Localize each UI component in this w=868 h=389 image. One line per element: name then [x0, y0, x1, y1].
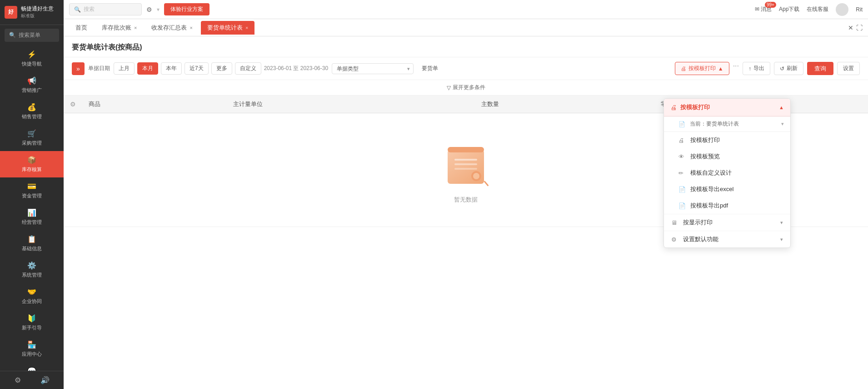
refresh-label: 刷新 — [787, 65, 798, 72]
tab-home[interactable]: 首页 — [69, 21, 94, 35]
collab-icon: 🤝 — [27, 288, 36, 296]
toolbar-right: 🖨 按模板打印 ▲ ··· ↑ 导出 ↺ 刷新 查询 设置 — [675, 62, 860, 75]
online-service-link[interactable]: 在线客服 — [807, 5, 828, 13]
dropdown-header-printer-icon: 🖨 — [670, 104, 677, 111]
topbar-search[interactable]: 🔍 搜索 — [69, 3, 142, 15]
sidebar-item-inventory[interactable]: 📦 库存核算 — [0, 151, 64, 177]
table-gear-icon[interactable]: ⚙ — [70, 101, 76, 108]
dropdown-item-template-design[interactable]: ✏ 模板自定义设计 — [664, 165, 790, 181]
date-7days-btn[interactable]: 近7天 — [185, 62, 209, 75]
dropdown-item-template-print[interactable]: 🖨 按模板打印 — [664, 132, 790, 148]
filter-toolbar: » 单据日期 上月 本月 本年 近7天 更多 自定义 2023-06-01 至 … — [64, 57, 868, 80]
inventory-icon: 📦 — [27, 156, 36, 164]
system-label: 系统管理 — [22, 272, 42, 278]
sidebar-item-marketing[interactable]: 📢 营销推广 — [0, 72, 64, 98]
more-dots-btn[interactable]: ··· — [733, 62, 739, 75]
expand-more-btn[interactable]: ▽ 展开更多条件 — [447, 84, 485, 91]
tab-inventory-batch-close[interactable]: × — [134, 25, 137, 30]
user-avatar[interactable] — [836, 3, 848, 16]
sidebar-item-appstore[interactable]: 🏪 应用中心 — [0, 336, 64, 362]
sidebar-item-operations[interactable]: 📊 经营管理 — [0, 204, 64, 230]
export-excel-icon: 📄 — [678, 186, 686, 193]
dropdown-section-display-print[interactable]: 🖥 按显示打印 ▾ — [664, 214, 790, 231]
wechat-icon: 💬 — [27, 367, 36, 371]
purchase-label: 采购管理 — [22, 140, 42, 147]
set-default-icon: ⚙ — [671, 236, 678, 243]
tab-receivable-close[interactable]: × — [190, 25, 192, 30]
app-name: 畅捷通好生意 — [21, 5, 54, 13]
appstore-label: 应用中心 — [22, 351, 42, 358]
export-btn[interactable]: ↑ 导出 — [743, 62, 770, 75]
base-info-icon: 📋 — [27, 235, 36, 243]
message-badge[interactable]: ✉ 消息 99+ — [755, 5, 772, 13]
user-name: Rit — [856, 6, 863, 13]
dropdown-item-export-excel[interactable]: 📄 按模板导出excel — [664, 181, 790, 197]
dropdown-header-text: 按模板打印 — [680, 103, 775, 111]
dropdown-item-export-pdf[interactable]: 📄 按模板导出pdf — [664, 197, 790, 214]
app-download-link[interactable]: App下载 — [779, 5, 799, 13]
dropdown-header[interactable]: 🖨 按模板打印 ▲ — [664, 99, 790, 116]
settings-bottom-icon[interactable]: ⚙ — [15, 376, 21, 384]
date-range-display: 2023-06-01 至 2023-06-30 — [264, 65, 328, 72]
sales-icon: 💰 — [27, 103, 36, 111]
sidebar-item-system[interactable]: ⚙️ 系统管理 — [0, 257, 64, 283]
tab-close-window-btn[interactable]: ✕ — [848, 24, 853, 31]
date-current-month-btn[interactable]: 本月 — [137, 62, 158, 75]
sidebar-item-wechat[interactable]: 💬 企业微信 — [0, 362, 64, 371]
expand-filter-btn[interactable]: » — [72, 62, 85, 75]
tab-maximize-btn[interactable]: ⛶ — [856, 24, 863, 31]
print-template-btn[interactable]: 🖨 按模板打印 ▲ — [675, 62, 729, 75]
collab-label: 企业协同 — [22, 298, 42, 305]
inventory-label: 库存核算 — [22, 166, 42, 173]
sidebar-item-guide[interactable]: 🔰 新手引导 — [0, 309, 64, 336]
expand-more-label: 展开更多条件 — [453, 84, 485, 91]
tab-order-stats-close[interactable]: × — [245, 25, 248, 30]
expand-more-area: ▽ 展开更多条件 — [64, 80, 868, 96]
date-current-year-btn[interactable]: 本年 — [161, 62, 182, 75]
tabs-bar: 首页 库存批次账 × 收发存汇总表 × 要货单统计表 × ✕ ⛶ — [64, 19, 868, 36]
search-menu-label: 搜索菜单 — [19, 31, 40, 39]
tab-order-stats[interactable]: 要货单统计表 × — [201, 21, 254, 35]
refresh-btn[interactable]: ↺ 刷新 — [774, 62, 803, 75]
message-count: 99+ — [765, 2, 776, 8]
sidebar-item-finance[interactable]: 💳 资金管理 — [0, 177, 64, 204]
page-content: 要货单统计表(按商品) » 单据日期 上月 本月 本年 近7天 更多 自定义 2… — [64, 36, 868, 389]
expand-down-icon: ▽ — [447, 85, 451, 91]
tab-receivable[interactable]: 收发存汇总表 × — [145, 21, 199, 35]
export-icon: ↑ — [748, 66, 751, 72]
date-custom-btn[interactable]: 自定义 — [235, 62, 261, 75]
app-version: 标准版 — [21, 13, 54, 19]
query-btn[interactable]: 查询 — [807, 62, 833, 75]
sound-icon[interactable]: 🔊 — [40, 376, 50, 384]
sidebar-item-quick-nav[interactable]: ⚡ 快捷导航 — [0, 45, 64, 72]
tab-receivable-label: 收发存汇总表 — [151, 24, 187, 32]
settings-btn[interactable]: 设置 — [837, 62, 860, 75]
dropdown-item-template-preview[interactable]: 👁 按模板预览 — [664, 148, 790, 165]
topbar-right: ✉ 消息 99+ App下载 在线客服 Rit — [755, 3, 863, 16]
tab-inventory-batch[interactable]: 库存批次账 × — [95, 21, 143, 35]
sidebar-item-collab[interactable]: 🤝 企业协同 — [0, 283, 64, 309]
trial-button[interactable]: 体验行业方案 — [164, 3, 210, 15]
sidebar-item-base-info[interactable]: 📋 基础信息 — [0, 230, 64, 257]
magnifier-icon — [471, 171, 488, 187]
date-prev-month-btn[interactable]: 上月 — [114, 62, 135, 75]
col-goods: 商品 — [82, 96, 227, 113]
set-default-arrow: ▾ — [780, 237, 783, 242]
tab-home-label: 首页 — [75, 24, 87, 32]
printer-icon: 🖨 — [681, 66, 686, 72]
date-filter-label: 单据日期 — [88, 65, 110, 72]
tab-inventory-batch-label: 库存批次账 — [102, 24, 131, 32]
purchase-icon: 🛒 — [27, 129, 36, 138]
sales-label: 销售管理 — [22, 113, 42, 120]
template-design-icon: ✏ — [678, 170, 686, 177]
gear-icon[interactable]: ⚙ — [146, 6, 152, 13]
sidebar-item-sales[interactable]: 💰 销售管理 — [0, 98, 64, 125]
finance-icon: 💳 — [27, 182, 36, 191]
date-more-btn[interactable]: 更多 — [211, 62, 232, 75]
system-icon: ⚙️ — [27, 261, 36, 270]
template-print-icon: 🖨 — [678, 137, 686, 144]
order-type-select[interactable]: 单据类型 — [332, 63, 414, 74]
sidebar-item-purchase[interactable]: 🛒 采购管理 — [0, 125, 64, 151]
dropdown-section-set-default[interactable]: ⚙ 设置默认功能 ▾ — [664, 231, 790, 248]
search-menu-button[interactable]: 🔍 搜索菜单 — [5, 29, 59, 42]
